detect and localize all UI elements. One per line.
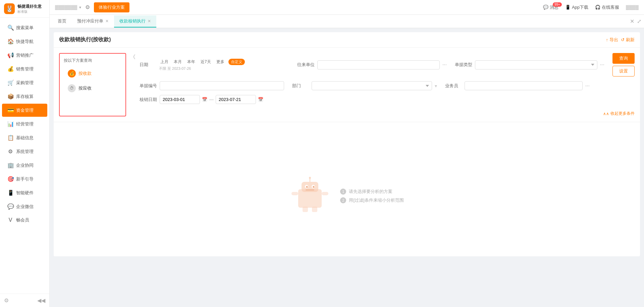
tab-receipt[interactable]: 收款核销执行 ✕ bbox=[114, 15, 156, 28]
enterprise-icon: 🏢 bbox=[7, 162, 13, 168]
settings-bottom-icon[interactable]: ⚙ bbox=[4, 297, 9, 304]
topbar-chevron-icon[interactable]: ▾ bbox=[79, 5, 81, 10]
filter-option-by-receivable[interactable]: ⏱ 按应收 bbox=[64, 82, 121, 95]
date-custom[interactable]: 自定义 bbox=[228, 59, 245, 65]
filter-date-item: 日期 上月 本月 本年 近7天 更多 自定义 不限 至 2023-07-26 bbox=[140, 58, 289, 71]
tab-prepay[interactable]: 预付冲应付单 ✕ bbox=[72, 15, 114, 28]
sidebar-item-marketing[interactable]: 📢营销推广 bbox=[2, 49, 47, 62]
date-7days[interactable]: 近7天 bbox=[199, 58, 212, 65]
query-button[interactable]: 查询 bbox=[612, 53, 635, 64]
empty-tip-2: 2 用[过滤]条件来缩小分析范围 bbox=[340, 197, 404, 203]
doctype-label: 单据类型 bbox=[455, 62, 472, 68]
prepay-label: 预付冲应付单 bbox=[77, 18, 103, 24]
wechat-icon: 💬 bbox=[7, 203, 13, 210]
tab-prepay-close-icon[interactable]: ✕ bbox=[105, 19, 109, 23]
tip-num-2: 2 bbox=[340, 197, 346, 203]
receivable-option-label: 按应收 bbox=[78, 85, 92, 91]
staff-input[interactable] bbox=[465, 81, 583, 90]
filter-scheme-panel: 按以下方案查询 💰 按收款 ⏱ 按应收 bbox=[59, 53, 126, 116]
tabbar-close-icon[interactable]: ✕ bbox=[630, 18, 634, 24]
tabbar: 首页 预付冲应付单 ✕ 收款核销执行 ✕ ✕ ⤢ bbox=[50, 15, 644, 28]
staff-more-icon[interactable]: ··· bbox=[585, 83, 590, 89]
verify-date-start[interactable] bbox=[160, 95, 200, 104]
partner-more-icon[interactable]: ··· bbox=[442, 62, 447, 68]
sidebar-item-quick[interactable]: 🏠快捷导航 bbox=[2, 35, 47, 48]
sidebar-label-enterprise: 企业协同 bbox=[16, 162, 34, 168]
doctype-select[interactable] bbox=[475, 60, 597, 69]
topbar-user: ▓▓▓▓ bbox=[626, 5, 639, 10]
member-icon: V bbox=[7, 217, 13, 223]
sidebar-item-operation[interactable]: 📊经营管理 bbox=[2, 117, 47, 131]
filter-toggle-icon[interactable]: 《 bbox=[130, 54, 136, 61]
sidebar-item-hardware[interactable]: 📱智能硬件 bbox=[2, 186, 47, 199]
sidebar-item-system[interactable]: ⚙系统管理 bbox=[2, 145, 47, 158]
sidebar-item-member[interactable]: V畅会员 bbox=[2, 214, 47, 226]
export-button[interactable]: ↑ 导出 bbox=[606, 37, 619, 43]
marketing-icon: 📢 bbox=[7, 52, 13, 58]
sidebar-label-sales: 销售管理 bbox=[16, 66, 34, 72]
doctype-more-icon[interactable]: ··· bbox=[600, 62, 604, 68]
topbar-service[interactable]: 🎧 在线客服 bbox=[595, 4, 619, 10]
finance-icon: 💳 bbox=[7, 107, 13, 113]
filter-panel: 按以下方案查询 💰 按收款 ⏱ 按应收 《 bbox=[54, 48, 640, 122]
svg-rect-8 bbox=[306, 189, 314, 191]
receipt-option-label: 按收款 bbox=[78, 70, 92, 76]
date-more[interactable]: 更多 bbox=[215, 58, 226, 65]
sidebar-item-purchase[interactable]: 🛒采购管理 bbox=[2, 76, 47, 89]
robot-illustration-area: 1 请先选择要分析的方案 2 用[过滤]条件来缩小分析范围 bbox=[290, 176, 404, 216]
receivable-option-icon: ⏱ bbox=[68, 84, 76, 92]
filter-option-by-receipt[interactable]: 💰 按收款 bbox=[64, 67, 121, 80]
sidebar-item-sales[interactable]: 💰销售管理 bbox=[2, 62, 47, 75]
app-label: App下载 bbox=[572, 4, 588, 10]
purchase-icon: 🛒 bbox=[7, 80, 13, 86]
tab-home[interactable]: 首页 bbox=[52, 15, 72, 28]
sidebar-item-basic[interactable]: 📋基础信息 bbox=[2, 131, 47, 144]
docno-input[interactable] bbox=[160, 81, 284, 90]
sidebar-label-marketing: 营销推广 bbox=[16, 52, 34, 58]
sidebar-item-finance[interactable]: 💳资金管理 bbox=[2, 104, 47, 117]
filter-fields: 日期 上月 本月 本年 近7天 更多 自定义 不限 至 2023-07-26 bbox=[140, 53, 635, 116]
sidebar-item-enterprise[interactable]: 🏢企业协同 bbox=[2, 159, 47, 172]
sidebar-item-search[interactable]: 🔍搜索菜单 bbox=[2, 21, 47, 34]
solution-button[interactable]: 体验行业方案 bbox=[94, 2, 129, 12]
verify-date-end[interactable] bbox=[216, 95, 256, 104]
sidebar-label-member: 畅会员 bbox=[16, 217, 29, 223]
guide-icon: 🎯 bbox=[7, 176, 13, 182]
tabbar-expand-icon[interactable]: ⤢ bbox=[637, 18, 641, 24]
tab-receipt-close-icon[interactable]: ✕ bbox=[148, 19, 151, 23]
date-this-year[interactable]: 本年 bbox=[186, 58, 197, 65]
refresh-button[interactable]: ↺ 刷新 bbox=[621, 37, 635, 43]
refresh-icon: ↺ bbox=[621, 37, 625, 42]
sidebar-item-inventory[interactable]: 📦库存核算 bbox=[2, 90, 47, 103]
verify-date-range: 📅 — 📅 bbox=[160, 95, 263, 104]
filter-dept-item: 部门 ▾ bbox=[292, 81, 437, 90]
cal-start-icon[interactable]: 📅 bbox=[202, 97, 207, 102]
collapse-more-button[interactable]: ∧∧ 收起更多条件 bbox=[603, 111, 635, 116]
filter-doctype-item: 单据类型 ··· bbox=[455, 60, 604, 69]
content-area: 收款核销执行(按收款) ↑ 导出 ↺ 刷新 按以下方案查询 bbox=[50, 28, 644, 307]
filter-row-3: 核销日期 📅 — 📅 bbox=[140, 95, 635, 104]
topbar-gear-icon[interactable]: ⚙ bbox=[85, 4, 90, 10]
receipt-label: 收款核销执行 bbox=[119, 18, 146, 24]
page-header: 收款核销执行(按收款) ↑ 导出 ↺ 刷新 bbox=[54, 32, 640, 48]
filter-row-2: 单据编号 部门 ▾ bbox=[140, 81, 635, 90]
date-this-month[interactable]: 本月 bbox=[172, 58, 183, 65]
cal-end-icon[interactable]: 📅 bbox=[258, 97, 263, 102]
tip-text-2: 用[过滤]条件来缩小分析范围 bbox=[349, 197, 404, 203]
collapse-up-icon: ∧∧ bbox=[603, 111, 609, 116]
verifydate-label: 核销日期 bbox=[140, 97, 157, 103]
collapse-sidebar-icon[interactable]: ◀◀ bbox=[37, 297, 45, 304]
page-title: 收款核销执行(按收款) bbox=[59, 36, 111, 43]
partner-input[interactable] bbox=[317, 60, 440, 69]
topbar-message[interactable]: 💬 消息 99+ bbox=[543, 4, 558, 10]
sidebar-label-hardware: 智能硬件 bbox=[16, 190, 34, 196]
dept-select[interactable] bbox=[312, 81, 432, 90]
setting-button[interactable]: 设置 bbox=[612, 66, 635, 76]
basic-icon: 📋 bbox=[7, 135, 13, 141]
date-last-month[interactable]: 上月 bbox=[159, 58, 170, 65]
sidebar-item-wechat[interactable]: 💬企业微信 bbox=[2, 200, 47, 213]
svg-rect-12 bbox=[322, 192, 328, 195]
sidebar-item-guide[interactable]: 🎯新手引导 bbox=[2, 172, 47, 186]
topbar-app-download[interactable]: 📱 App下载 bbox=[565, 4, 588, 10]
logo-icon: 🐰 bbox=[4, 3, 15, 14]
